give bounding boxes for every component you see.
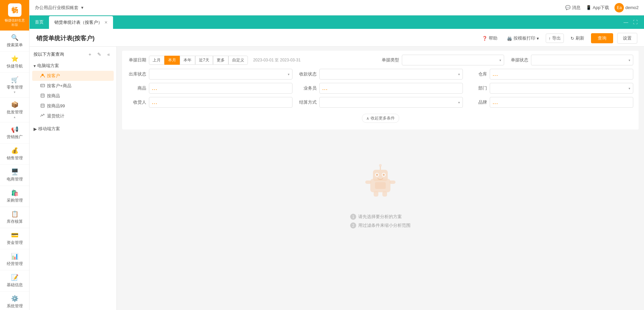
- query-button[interactable]: 查询: [591, 33, 613, 43]
- filter-department: 部门 ▾: [468, 83, 633, 94]
- topbar-app-download[interactable]: 📱 App下载: [586, 5, 609, 11]
- plan-item-return-stats[interactable]: 退货统计: [32, 111, 114, 121]
- svg-rect-22: [375, 182, 386, 189]
- sidebar-item-inventory[interactable]: 📋 库存核算: [0, 207, 29, 228]
- sidebar-item-basic[interactable]: 📝 基础信息: [0, 270, 29, 292]
- sidebar-item-marketing[interactable]: 📢 营销推广: [0, 122, 29, 144]
- department-dropdown-icon: ▾: [629, 87, 630, 90]
- mobile-group-arrow-icon: ▶: [34, 126, 37, 132]
- salesperson-input[interactable]: ...: [319, 83, 463, 94]
- receipt-status-input[interactable]: ▾: [319, 69, 463, 80]
- date-range-text: 2023-03-01 至 2023-03-31: [253, 57, 301, 63]
- help-button[interactable]: ❓ 帮助: [479, 34, 500, 43]
- collapse-label: 收起更多条件: [371, 115, 395, 121]
- plan-item-by-product[interactable]: 按商品: [32, 91, 114, 101]
- setting-button[interactable]: 设置: [617, 33, 637, 44]
- consignee-input[interactable]: ...: [149, 97, 292, 108]
- sidebar: 畅 畅捷信好生意 标版 🔍 搜索菜单 ⭐ 快捷导航 🛒 零售管理 ▾ 📦 批发管…: [0, 0, 30, 310]
- topbar: 办公用品行业模拟账套 ▾ 💬 消息 📱 App下载 Ea demo2: [30, 0, 644, 15]
- retail-arrow: ▾: [14, 90, 15, 94]
- department-label: 部门: [468, 85, 487, 91]
- export-button[interactable]: ↑ 导出: [546, 34, 564, 43]
- date-label: 单据日期: [127, 57, 146, 63]
- settlement-input[interactable]: ▾: [319, 97, 463, 108]
- sidebar-item-ecommerce[interactable]: 🖥️ 电商管理: [0, 165, 29, 186]
- purchase-icon: 🛍️: [11, 189, 18, 197]
- tip-num-2: 2: [350, 222, 356, 228]
- marketing-icon: 📢: [11, 126, 18, 133]
- filter-type: 单据类型 ▾: [380, 55, 504, 65]
- sidebar-item-finance[interactable]: 💳 资金管理: [0, 228, 29, 249]
- sidebar-item-sales[interactable]: 💰 销售管理: [0, 144, 29, 165]
- sidebar-item-purchase[interactable]: 🛍️ 采购管理: [0, 186, 29, 207]
- tab-sales-stats[interactable]: 销货单统计表（按客户） ✕: [49, 16, 113, 29]
- sidebar-item-operations[interactable]: 📊 经营管理: [0, 249, 29, 270]
- date-filter-buttons: 上月 本月 本年 近7天 更多 自定义: [149, 56, 248, 65]
- mobile-group-header[interactable]: ▶ 移动端方案: [32, 124, 114, 134]
- sidebar-logo: 畅 畅捷信好生意 标版: [0, 0, 29, 31]
- refresh-button[interactable]: ↻ 刷新: [568, 34, 587, 43]
- add-plan-button[interactable]: +: [86, 51, 94, 58]
- tab-home[interactable]: 首页: [30, 15, 49, 29]
- logo-text: 畅捷信好生意 标版: [5, 18, 25, 27]
- date-more[interactable]: 更多: [213, 56, 228, 65]
- print-button[interactable]: 🖨️ 按模板打印 ▾: [504, 34, 542, 43]
- plan-item-by-customer[interactable]: 按客户: [32, 71, 114, 81]
- edit-icon: ✎: [97, 52, 101, 57]
- collapse-filters-button[interactable]: ∧ 收起更多条件: [362, 114, 399, 123]
- tab-close-icon[interactable]: ✕: [104, 20, 108, 25]
- finance-icon: 💳: [11, 231, 18, 239]
- main-area: 办公用品行业模拟账套 ▾ 💬 消息 📱 App下载 Ea demo2 首页: [30, 0, 644, 310]
- sidebar-item-wholesale[interactable]: 📦 批发管理 ▴: [0, 98, 29, 122]
- svg-rect-7: [41, 104, 44, 107]
- brand-input[interactable]: ...: [490, 97, 633, 108]
- topbar-user[interactable]: Ea demo2: [614, 3, 639, 12]
- content-area: 销货单统计表(按客户) ❓ 帮助 🖨️ 按模板打印 ▾ ↑ 导出 ↻ 刷新: [30, 29, 644, 310]
- desktop-group-header[interactable]: ▾ 电脑端方案: [32, 61, 114, 71]
- sidebar-item-quicknav[interactable]: ⭐ 快捷导航: [0, 52, 29, 73]
- window-maximize-button[interactable]: ⛶: [632, 19, 639, 25]
- department-input[interactable]: ▾: [490, 83, 633, 94]
- product-input[interactable]: ...: [149, 83, 292, 94]
- desktop-group-label: 电脑端方案: [37, 63, 59, 69]
- edit-plan-button[interactable]: ✎: [96, 51, 103, 58]
- type-input[interactable]: ▾: [402, 55, 504, 65]
- collapse-icon: «: [107, 52, 110, 57]
- date-last-month[interactable]: 上月: [149, 56, 164, 65]
- consignee-label: 收货人: [127, 99, 146, 105]
- panel-actions: + ✎ «: [86, 51, 112, 58]
- window-minimize-button[interactable]: —: [623, 19, 629, 25]
- print-dropdown-icon: ▾: [537, 36, 539, 41]
- consignee-dots: ...: [152, 100, 158, 105]
- sidebar-item-retail[interactable]: 🛒 零售管理 ▾: [0, 73, 29, 98]
- desktop-plan-group: ▾ 电脑端方案 按客户: [30, 61, 116, 121]
- date-this-month[interactable]: 本月: [164, 56, 180, 65]
- plan-item-by-product-99[interactable]: 按商品99: [32, 101, 114, 111]
- svg-point-13: [379, 164, 382, 167]
- plan-item-by-customer-product[interactable]: 按客户+商品: [32, 81, 114, 91]
- svg-rect-20: [374, 191, 378, 197]
- user-avatar: Ea: [614, 3, 624, 12]
- status-input[interactable]: ▾: [531, 55, 633, 65]
- by-product-99-icon: [40, 103, 45, 109]
- warehouse-input[interactable]: ...: [490, 69, 633, 80]
- topbar-industry[interactable]: 办公用品行业模拟账套 ▾: [35, 5, 84, 11]
- topbar-message[interactable]: 💬 消息: [565, 5, 581, 11]
- right-panel: 单据日期 上月 本月 本年 近7天 更多 自定义 2023-03-01 至 20…: [117, 47, 644, 310]
- wholesale-arrow: ▴: [14, 115, 15, 119]
- collapse-panel-button[interactable]: «: [105, 51, 112, 58]
- empty-tips: 1 请先选择要分析的方案 2 用过滤条件来缩小分析范围: [350, 214, 411, 228]
- refresh-icon: ↻: [571, 36, 574, 41]
- basic-icon: 📝: [11, 274, 18, 281]
- date-this-year[interactable]: 本年: [180, 56, 195, 65]
- receipt-status-dropdown-icon: ▾: [458, 72, 460, 76]
- warehouse-dots: ...: [493, 72, 498, 77]
- sidebar-item-search[interactable]: 🔍 搜索菜单: [0, 31, 29, 52]
- date-custom[interactable]: 自定义: [228, 56, 248, 65]
- by-product-icon: [40, 93, 45, 99]
- date-last-7-days[interactable]: 近7天: [195, 56, 213, 65]
- out-status-input[interactable]: ▾: [149, 69, 292, 80]
- empty-tip-1: 1 请先选择要分析的方案: [350, 214, 411, 220]
- sidebar-item-system[interactable]: ⚙️ 系统管理: [0, 292, 29, 310]
- industry-dropdown-icon: ▾: [81, 5, 84, 10]
